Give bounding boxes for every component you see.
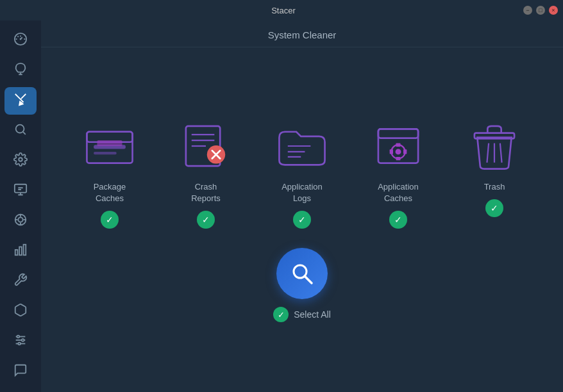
services-icon [13,213,28,230]
sidebar-item-uninstaller[interactable] [4,177,37,205]
svg-point-3 [19,158,22,161]
startup-icon [13,62,28,79]
svg-line-48 [305,276,312,283]
window-controls: − □ × [523,6,558,15]
application-caches-icon-wrapper [366,117,430,175]
crash-reports-label: CrashReports [191,181,221,204]
scan-button[interactable] [276,248,328,299]
adjust-icon [13,333,28,350]
select-all-label: Select All [294,309,331,320]
svg-rect-12 [19,247,22,255]
application-logs-check[interactable]: ✓ [293,211,311,229]
svg-rect-23 [94,152,117,154]
package-caches-check[interactable]: ✓ [101,211,119,229]
select-all-check: ✓ [273,307,289,322]
sidebar-item-terminal-adjust[interactable] [4,328,37,355]
cleaner-icon [13,92,28,110]
svg-rect-4 [15,184,26,193]
messages-icon [13,363,28,380]
card-application-caches: ApplicationCaches ✓ [357,117,440,229]
cards-area: PackageCaches ✓ [41,47,563,392]
tools-icon [13,273,28,290]
card-trash: Trash ✓ [453,117,536,217]
svg-point-17 [17,336,20,338]
sidebar-item-messages[interactable] [4,358,37,386]
apt-icon [13,303,28,320]
sidebar-item-dashboard[interactable] [4,27,37,54]
svg-point-18 [22,339,24,341]
resources-icon [13,243,28,260]
close-button[interactable]: × [549,6,558,15]
sidebar-item-apt[interactable] [4,298,37,325]
package-caches-label: PackageCaches [94,181,126,204]
sidebar [0,20,41,392]
sidebar-item-startup[interactable] [4,57,37,85]
svg-point-19 [18,343,21,345]
sidebar-item-tools[interactable] [4,268,37,295]
svg-rect-40 [396,157,400,160]
uninstaller-icon [13,183,28,200]
svg-point-38 [396,149,401,154]
select-all-row[interactable]: ✓ Select All [273,307,331,322]
svg-rect-11 [15,250,18,255]
sidebar-item-settings[interactable] [4,147,37,175]
trash-icon-wrapper [462,117,526,175]
card-package-caches: PackageCaches ✓ [68,117,151,229]
cleaner-cards-row: PackageCaches ✓ [68,117,536,229]
search-icon [13,122,28,140]
svg-rect-42 [403,149,407,154]
trash-check[interactable]: ✓ [485,199,503,217]
card-application-logs: ApplicationLogs ✓ [260,117,344,229]
page-header: System Cleaner [41,20,563,47]
svg-point-5 [18,217,22,222]
svg-point-2 [16,125,24,133]
minimize-button[interactable]: − [523,6,532,15]
sidebar-item-cleaner[interactable] [4,87,37,115]
card-crash-reports: CrashReports ✓ [164,117,248,229]
svg-rect-36 [378,129,418,138]
bottom-action: ✓ Select All [273,248,331,322]
svg-rect-24 [97,140,122,146]
crash-reports-check[interactable]: ✓ [197,211,215,229]
page-title: System Cleaner [54,29,550,40]
trash-label: Trash [484,181,505,193]
svg-line-44 [487,143,489,162]
main-content: System Cleaner [41,20,563,392]
title-bar: Stacer − □ × [0,0,563,20]
application-caches-label: ApplicationCaches [378,181,419,204]
application-caches-check[interactable]: ✓ [389,211,407,229]
crash-reports-icon-wrapper [174,117,238,175]
svg-rect-13 [24,245,26,256]
sidebar-item-search[interactable] [4,117,37,145]
svg-rect-39 [396,143,400,146]
svg-point-1 [20,38,22,40]
application-logs-icon-wrapper [270,117,334,175]
svg-line-46 [500,143,502,162]
app-container: System Cleaner [0,20,563,392]
application-logs-label: ApplicationLogs [282,181,323,204]
dashboard-icon [13,32,28,49]
svg-rect-41 [390,149,393,154]
sidebar-item-services[interactable] [4,208,37,235]
svg-rect-43 [475,133,514,138]
app-title: Stacer [44,6,523,15]
sidebar-item-resources[interactable] [4,238,37,265]
maximize-button[interactable]: □ [536,6,545,15]
settings-icon [13,152,28,170]
package-caches-icon-wrapper [78,117,142,175]
